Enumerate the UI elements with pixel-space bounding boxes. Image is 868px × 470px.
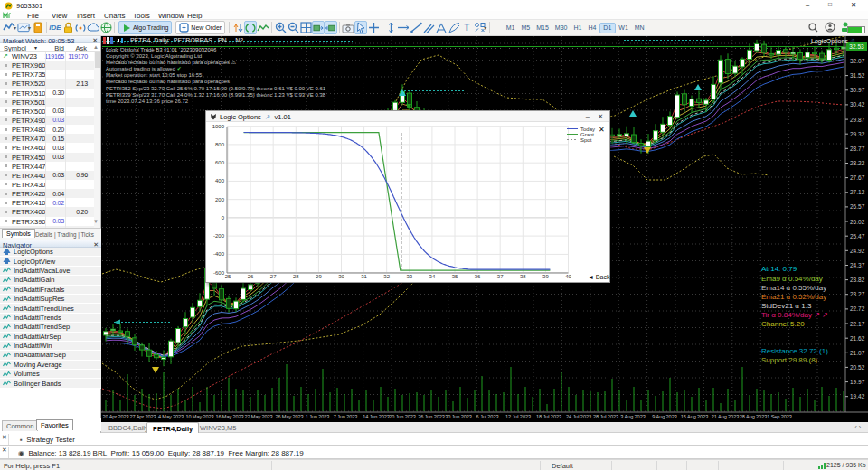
svg-text:-400: -400 [213, 251, 225, 257]
svg-text:27: 27 [270, 274, 277, 279]
svg-text:0: 0 [222, 215, 225, 221]
svg-text:26: 26 [248, 274, 254, 279]
svg-text:36: 36 [475, 274, 481, 279]
svg-text:38: 38 [520, 274, 526, 279]
svg-text:Spot: Spot [580, 137, 592, 143]
svg-text:600: 600 [215, 160, 225, 165]
svg-text:35: 35 [452, 274, 458, 279]
svg-text:◄ Back: ◄ Back [588, 274, 610, 280]
svg-text:32: 32 [383, 274, 390, 279]
svg-text:400: 400 [215, 178, 225, 183]
svg-text:34: 34 [429, 274, 436, 279]
svg-text:29: 29 [316, 274, 322, 279]
svg-text:40: 40 [565, 274, 571, 279]
svg-text:31: 31 [361, 274, 367, 279]
svg-text:28: 28 [293, 274, 299, 279]
svg-text:800: 800 [215, 142, 225, 147]
svg-text:39: 39 [542, 274, 549, 279]
svg-text:33: 33 [406, 274, 412, 279]
svg-text:✕: ✕ [599, 126, 605, 134]
svg-text:200: 200 [215, 197, 225, 202]
svg-text:-200: -200 [213, 233, 225, 239]
svg-text:1000: 1000 [212, 124, 225, 129]
svg-text:37: 37 [497, 274, 504, 279]
svg-text:25: 25 [225, 274, 231, 279]
svg-text:30: 30 [338, 274, 344, 279]
svg-text:-600: -600 [213, 270, 225, 276]
